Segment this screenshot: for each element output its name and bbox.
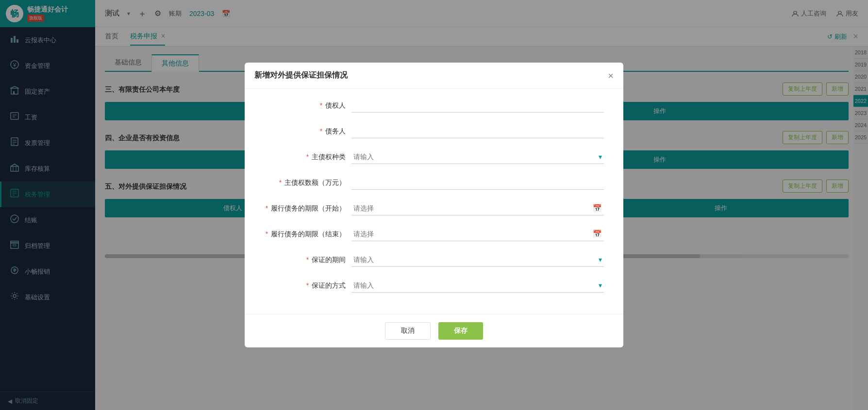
field-row-baozheng-period: * 保证的期间 ▾ <box>264 253 604 267</box>
dialog-add-guarantee: 新增对外提供保证担保情况 × * 债权人 * 债务人 <box>245 63 623 347</box>
date-wrap-end: 📅 <box>351 227 604 241</box>
select-wrap-baozheng-way: ▾ <box>351 279 604 293</box>
dialog-close-icon[interactable]: × <box>608 71 614 81</box>
chevron-down-period-icon[interactable]: ▾ <box>597 256 604 263</box>
input-zhaiquanren[interactable] <box>351 98 604 113</box>
label-baozheng-period: * 保证的期间 <box>264 256 351 264</box>
field-row-zhuzhaiquanshue: * 主债权数额（万元） <box>264 176 604 190</box>
field-row-zhaiwuren: * 债务人 <box>264 124 604 138</box>
select-wrap-zhonglei: ▾ <box>351 150 604 164</box>
date-wrap-start: 📅 <box>351 201 604 215</box>
field-row-lvxing-end: * 履行债务的期限（结束） 📅 <box>264 227 604 241</box>
field-row-zhuzhaiquanzhonglei: * 主债权种类 ▾ <box>264 150 604 164</box>
input-baozheng-way[interactable] <box>351 279 597 292</box>
field-row-lvxing-start: * 履行债务的期限（开始） 📅 <box>264 201 604 215</box>
input-zhuzhaiquanshue[interactable] <box>351 176 604 190</box>
select-wrap-baozheng-period: ▾ <box>351 253 604 267</box>
label-lvxing-end: * 履行债务的期限（结束） <box>264 230 351 239</box>
input-lvxing-end[interactable] <box>351 227 591 241</box>
chevron-down-zhonglei-icon[interactable]: ▾ <box>597 153 604 161</box>
calendar-start-icon[interactable]: 📅 <box>591 204 604 213</box>
input-zhuzhaiquanzhonglei[interactable] <box>351 150 597 164</box>
calendar-end-icon[interactable]: 📅 <box>591 230 604 238</box>
label-zhuzhaiquanzhonglei: * 主债权种类 <box>264 153 351 162</box>
label-zhaiwuren: * 债务人 <box>264 127 351 136</box>
label-zhuzhaiquanshue: * 主债权数额（万元） <box>264 179 351 187</box>
dialog-title: 新增对外提供保证担保情况 <box>254 70 348 81</box>
input-zhaiwuren[interactable] <box>351 124 604 138</box>
dialog-header: 新增对外提供保证担保情况 × <box>245 63 623 89</box>
chevron-down-way-icon[interactable]: ▾ <box>597 281 604 289</box>
input-lvxing-start[interactable] <box>351 201 591 215</box>
field-row-baozheng-way: * 保证的方式 ▾ <box>264 279 604 293</box>
field-row-zhaiquanren: * 债权人 <box>264 98 604 113</box>
label-zhaiquanren: * 债权人 <box>264 101 351 110</box>
label-lvxing-start: * 履行债务的期限（开始） <box>264 204 351 213</box>
dialog-overlay: 新增对外提供保证担保情况 × * 债权人 * 债务人 <box>0 0 868 410</box>
save-button[interactable]: 保存 <box>438 322 483 340</box>
dialog-footer: 取消 保存 <box>245 314 623 347</box>
input-baozheng-period[interactable] <box>351 253 597 266</box>
cancel-button[interactable]: 取消 <box>385 322 431 340</box>
dialog-body: * 债权人 * 债务人 * 主债权种类 <box>245 89 623 314</box>
label-baozheng-way: * 保证的方式 <box>264 281 351 290</box>
